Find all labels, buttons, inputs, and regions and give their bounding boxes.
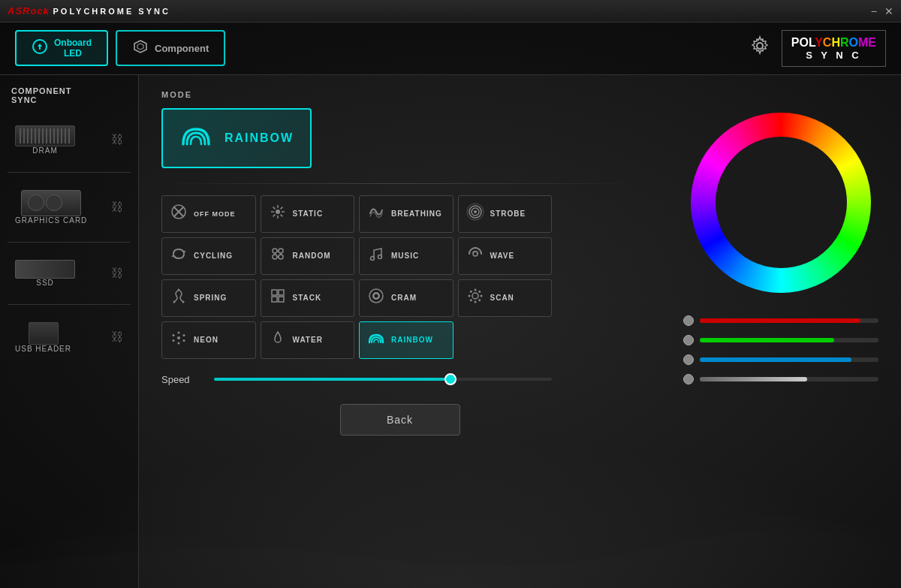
mode-btn-cram[interactable]: CRAM: [359, 279, 454, 317]
random-icon: [269, 245, 287, 267]
brightness-slider-fill: [700, 377, 807, 381]
usb-link-icon: ⛓: [111, 330, 123, 344]
svg-point-57: [178, 332, 179, 333]
asrock-text: ASRock: [8, 5, 50, 17]
blue-slider-row: [683, 354, 878, 365]
svg-rect-34: [272, 290, 277, 295]
brightness-slider-track[interactable]: [700, 377, 878, 381]
static-label: STATIC: [293, 210, 324, 218]
cram-icon: [367, 287, 385, 309]
rainbow-grid-icon: [367, 329, 385, 351]
sidebar-item-usb[interactable]: USB HEADER ⛓: [8, 316, 131, 359]
breathing-label: BREATHING: [391, 210, 442, 218]
rainbow-hero-button[interactable]: RAINBOW: [161, 108, 312, 168]
mode-btn-wave[interactable]: WAVE: [458, 237, 553, 275]
mode-btn-breathing[interactable]: BREATHING: [359, 195, 454, 233]
mode-btn-random[interactable]: RANDOM: [261, 237, 355, 275]
scan-icon: [466, 287, 484, 309]
neon-label: NEON: [194, 336, 218, 344]
svg-line-14: [280, 207, 282, 210]
speed-slider[interactable]: [214, 378, 552, 381]
mode-btn-stack[interactable]: STACK: [261, 279, 355, 317]
tab-component[interactable]: Component: [116, 30, 225, 66]
red-slider-track[interactable]: [700, 318, 878, 323]
svg-point-56: [173, 334, 175, 336]
svg-point-41: [472, 293, 478, 299]
onboard-led-icon: [32, 38, 48, 59]
svg-marker-2: [137, 44, 143, 50]
music-icon: [367, 245, 385, 267]
svg-point-23: [279, 255, 283, 259]
wave-icon: [466, 245, 484, 267]
svg-point-50: [177, 336, 180, 339]
graphics-label: GRAPHICS CARD: [15, 216, 87, 225]
svg-point-29: [378, 255, 382, 259]
mode-btn-cycling[interactable]: CYCLING: [161, 237, 256, 275]
svg-point-18: [474, 210, 477, 213]
svg-point-33: [182, 301, 185, 303]
gpu-link-icon: ⛓: [111, 201, 123, 214]
svg-point-30: [473, 252, 478, 256]
speed-slider-thumb[interactable]: [444, 373, 457, 385]
blue-slider-fill: [700, 357, 851, 362]
brightness-slider-handle[interactable]: [683, 374, 694, 384]
brand-logo: ASRock POLYCHROME SYNC: [8, 5, 170, 17]
sidebar-item-ssd[interactable]: SSD ⛓: [8, 254, 131, 293]
close-button[interactable]: ✕: [884, 6, 893, 17]
minimize-button[interactable]: −: [871, 6, 877, 17]
divider-2: [8, 242, 131, 243]
mode-btn-strobe[interactable]: STROBE: [458, 195, 553, 233]
strobe-icon: [466, 203, 484, 225]
svg-point-49: [469, 299, 472, 301]
svg-point-48: [478, 291, 481, 293]
mode-btn-spring[interactable]: SPRING: [161, 279, 256, 317]
svg-rect-35: [279, 290, 284, 295]
svg-rect-37: [279, 297, 284, 302]
red-slider-handle[interactable]: [683, 315, 694, 326]
back-button[interactable]: Back: [340, 404, 460, 436]
cram-label: CRAM: [391, 294, 417, 302]
scan-label: SCAN: [490, 294, 514, 302]
title-bar: ASRock POLYCHROME SYNC − ✕: [0, 0, 901, 23]
blue-slider-track[interactable]: [700, 357, 878, 362]
speed-control: Speed: [161, 374, 552, 385]
mode-btn-static[interactable]: STATIC: [261, 195, 355, 233]
green-slider-track[interactable]: [700, 338, 878, 342]
spring-icon: [170, 287, 188, 309]
divider-1: [8, 172, 131, 173]
divider-3: [8, 304, 131, 305]
blue-slider-handle[interactable]: [683, 354, 694, 365]
app-title: POLYCHROME SYNC: [53, 7, 170, 16]
mode-btn-rainbow[interactable]: RAINBOW: [359, 321, 454, 359]
sidebar-item-dram[interactable]: DRAM ⛓: [8, 119, 131, 161]
ssd-visual: [15, 260, 75, 279]
svg-marker-1: [134, 41, 146, 53]
mode-btn-water[interactable]: WATER: [261, 321, 355, 359]
water-icon: [269, 329, 287, 351]
settings-icon[interactable]: [749, 35, 770, 61]
rainbow-hero-icon: [179, 118, 213, 158]
mode-btn-scan[interactable]: SCAN: [458, 279, 553, 317]
stack-label: STACK: [293, 294, 322, 302]
mode-btn-neon[interactable]: NEON: [161, 321, 256, 359]
svg-point-47: [478, 299, 481, 301]
tab-component-label: Component: [155, 43, 209, 54]
svg-point-42: [474, 289, 476, 291]
svg-point-32: [173, 301, 176, 303]
tab-onboard-led[interactable]: Onboard LED: [15, 30, 108, 66]
red-slider-row: [683, 315, 878, 326]
dram-label: DRAM: [32, 146, 57, 155]
mode-btn-off[interactable]: OFF MODE: [161, 195, 256, 233]
graphics-content: GRAPHICS CARD: [15, 190, 87, 225]
mode-btn-music[interactable]: MUSIC: [359, 237, 454, 275]
component-icon: [132, 38, 149, 59]
rainbow-hero-label: RAINBOW: [224, 131, 294, 145]
green-slider-handle[interactable]: [683, 335, 694, 345]
usb-label: USB HEADER: [15, 345, 71, 353]
speed-label: Speed: [161, 374, 199, 385]
stack-icon: [269, 287, 287, 309]
svg-point-43: [474, 301, 476, 303]
title-bar-controls: − ✕: [871, 6, 893, 17]
color-ring-container: [683, 105, 878, 300]
sidebar-item-graphics[interactable]: GRAPHICS CARD ⛓: [8, 184, 131, 231]
